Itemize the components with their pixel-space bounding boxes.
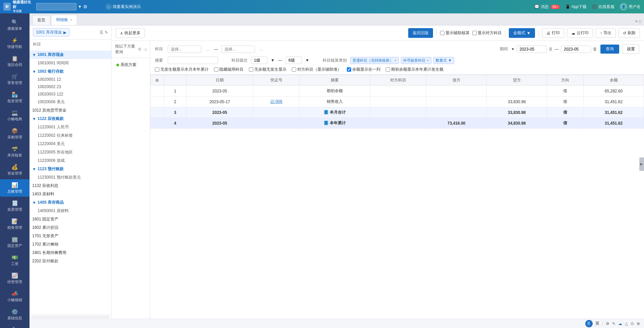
tree-item-10020006[interactable]: 10020006 美元 [30,98,111,106]
show-opposite-input[interactable] [472,31,477,35]
sidebar-item-project[interactable]: 📋 项目合同 [0,53,30,70]
level-end-select[interactable]: 6级 [285,57,302,64]
scheme-item-system[interactable]: 系统方案 [114,61,147,69]
print-button[interactable]: 🖨 打印 [542,28,564,38]
sidebar-item-tax[interactable]: 📝 税务管理 [0,215,30,233]
status-cloud-icon[interactable]: ☁ [618,321,622,326]
period-end-input[interactable] [561,46,591,53]
sidebar-item-wholesale[interactable]: 🏪 批发管理 [0,89,30,106]
tree-item-11220004[interactable]: 11220004 美元 [30,140,111,148]
tree-item-10010001[interactable]: 10010001 同同同 [30,59,111,67]
tab-detail[interactable]: 明细账 × [51,15,77,25]
settings-button[interactable]: 设置 [623,44,639,54]
current-account[interactable]: 1001 库存现金 ▶ [33,28,69,37]
tree-item-1002[interactable]: ▼ 1002 银行存款 [30,67,111,76]
sidebar-item-search[interactable]: 🔍 搜索菜单 [0,16,30,34]
sidebar-item-invoice[interactable]: 🧾 发票管理 [0,197,30,215]
account-tree[interactable]: ▼ 1001 库存现金 10010001 同同同 ▼ 1002 银行存款 100… [30,49,111,315]
tag-foreign-close[interactable]: × [427,58,429,62]
online-service-item[interactable]: 🎧 在线客服 [592,4,614,10]
export-button[interactable]: ↑ 导出 [596,28,616,38]
tab-close-window-icon[interactable]: × [635,19,638,24]
tree-item-1123[interactable]: ▼ 1123 预付账款 [30,165,111,173]
tree-item-10020002[interactable]: 10020002 23 [30,83,111,90]
user-item[interactable]: 👤 用户名 [620,3,641,10]
tree-item-1001[interactable]: ▼ 1001 库存现金 [30,51,111,59]
status-lang-icon[interactable]: 英 [595,321,599,326]
sidebar-item-quicknav[interactable]: ⚡ 快捷导航 [0,35,30,52]
period-calendar-icon[interactable]: 🗓 [593,47,597,52]
checkbox-balance-in-one[interactable]: 余额显示在一列 [347,67,380,72]
scheme-collapse-icon[interactable]: ◁ [144,47,147,52]
tree-item-11220002[interactable]: 11220002 往来标签 [30,131,111,140]
query-button[interactable]: 查询 [600,45,619,54]
horizontal-scrollbar[interactable] [31,316,110,318]
show-aux-input[interactable] [440,31,444,35]
settings-icon[interactable]: ⚙ [83,4,88,9]
status-settings-icon[interactable]: ⚙ [606,321,609,326]
summary-input[interactable] [168,57,218,64]
demo-link[interactable]: ◎ 我要看实例演示 [106,4,141,10]
voucher-link[interactable]: 记-006 [270,99,282,104]
checkbox-start-balance-input[interactable] [386,67,390,72]
sidebar-item-sysadmin[interactable]: 🔧 系统管理 [0,324,30,328]
row-voucher[interactable]: 记-006 [253,96,300,107]
tree-item-1132[interactable]: 1132 应收利息 [30,182,111,190]
checkbox-no-balance-show-input[interactable] [249,67,253,72]
tag-quantity[interactable]: 数量式 ▼ [433,57,454,64]
table-header-settings[interactable]: ⚙ [151,75,164,86]
status-circle-icon[interactable]: ⊙ [631,321,634,326]
tree-item-11220006[interactable]: 11220006 游戏 [30,156,111,165]
status-plus-circle-icon[interactable]: ⊕ [637,321,640,326]
tree-item-14050001[interactable]: 14050001 原材料 [30,207,111,215]
tab-close-icon[interactable]: × [70,18,72,22]
checkbox-opposite-show[interactable]: 对方科目（显示辅助项） [292,67,341,72]
sidebar-item-finance[interactable]: 💰 资金管理 [0,161,30,179]
checkbox-start-balance[interactable]: 期初余额显示本年累计发生额 [386,67,443,72]
tree-item-11230001[interactable]: 11230001 预付账款美元 [30,173,111,182]
tag-foreign[interactable]: 外币核算科目 × [401,57,431,64]
tab-home[interactable]: 首页 [32,15,50,25]
checkbox-opposite-show-input[interactable] [292,67,296,72]
collapse-more-button[interactable]: ∧ 收起更多 [116,28,145,38]
account-end-input[interactable] [221,46,255,53]
refresh-button[interactable]: ↺ 刷新 [619,28,640,38]
tree-item-1701[interactable]: 1701 无形资产 [30,232,111,240]
checkbox-hide-aux-input[interactable] [214,67,218,72]
sidebar-item-ledger[interactable]: 📊 总账管理 [0,179,30,197]
tree-item-1702[interactable]: 1702 累计摊销 [30,240,111,249]
quantity-dropdown[interactable]: ▼ [448,58,452,62]
search-input[interactable] [36,3,76,10]
amount-format-button[interactable]: 金额式 ▼ [509,28,535,38]
return-old-version-button[interactable]: 返回旧版 [408,28,433,38]
checkbox-no-balance[interactable]: 无发生额显示本月本年累计 [155,67,209,72]
sidebar-item-retail[interactable]: 🛒 零售管理 [0,71,30,88]
sidebar-item-assets[interactable]: 🏢 固定资产 [0,234,30,251]
show-aux-checkbox[interactable]: 显示辅助核算 [440,30,470,36]
edit-icon[interactable]: ✎ [105,30,108,35]
checkbox-balance-in-one-input[interactable] [347,67,351,72]
tag-normal[interactable]: 普通科目（无特殊核算） × [350,57,399,64]
tree-item-1601[interactable]: 1601 固定资产 [30,215,111,223]
sidebar-item-basic[interactable]: ⚙️ 基础信息 [0,306,30,323]
sidebar-item-operations[interactable]: 📈 经营管理 [0,270,30,287]
tree-item-1403[interactable]: 1403 原材料 [30,190,111,198]
checkbox-hide-aux[interactable]: 隐藏辅用科目 [214,67,244,72]
search-dropdown-icon[interactable]: ▼ [78,4,82,9]
show-opposite-checkbox[interactable]: 显示对方科目 [472,30,502,36]
tree-item-10020001[interactable]: 10020001 12 [30,76,111,83]
period-dropdown-icon[interactable]: ▼ [511,47,515,51]
right-edge-collapse[interactable]: ▶ [639,157,644,171]
status-triangle-icon[interactable]: △ [625,321,628,326]
period-start-input[interactable] [517,46,547,53]
left-panel-scrollbar[interactable] [30,315,111,319]
tab-maximize-icon[interactable]: □ [639,19,641,24]
message-item[interactable]: 💬 消息 99+ [534,4,560,10]
app-download-item[interactable]: 📱 App下载 [565,4,587,10]
status-badge-at[interactable]: 至 [585,320,593,327]
sidebar-item-inventory[interactable]: 🗃️ 库存核算 [0,143,30,160]
checkbox-no-balance-show[interactable]: 无余额无发生显示 [249,67,286,72]
sidebar-item-ecommerce[interactable]: 💻 小畅电商 [0,107,30,124]
level-start-select[interactable]: 1级 [251,57,267,64]
tree-item-2202[interactable]: 2202 应付账款 [30,257,111,265]
